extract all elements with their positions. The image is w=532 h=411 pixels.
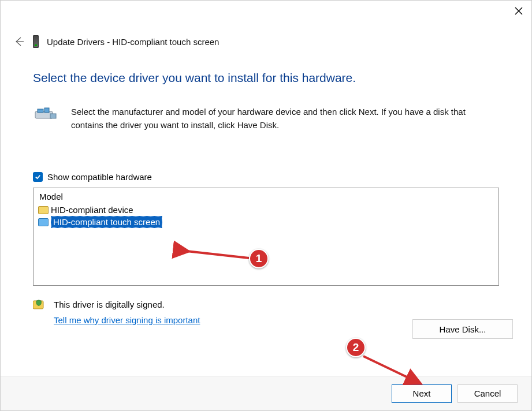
description-row: Select the manufacturer and model of you…: [33, 106, 499, 132]
close-button[interactable]: [512, 4, 526, 18]
close-icon: [515, 7, 523, 15]
description-text: Select the manufacturer and model of you…: [71, 106, 499, 132]
driver-icon: [38, 206, 49, 214]
driver-icon: [38, 218, 49, 226]
hardware-icon: [33, 106, 58, 123]
signed-icon: [33, 300, 46, 310]
svg-line-8: [187, 251, 249, 258]
device-icon: [33, 35, 39, 48]
have-disk-button[interactable]: Have Disk...: [412, 319, 513, 339]
signing-col: This driver is digitally signed. Tell me…: [54, 300, 200, 325]
annotation-arrow-1: [183, 248, 252, 264]
show-compatible-checkbox[interactable]: [33, 172, 43, 182]
checkmark-icon: [35, 174, 41, 180]
signed-text: This driver is digitally signed.: [54, 300, 200, 309]
annotation-badge-2: 2: [346, 338, 366, 357]
model-item-label: HID-compliant touch screen: [51, 216, 162, 228]
show-compatible-label: Show compatible hardware: [47, 172, 152, 182]
titlebar: [1, 1, 531, 23]
update-drivers-window: Update Drivers - HID-compliant touch scr…: [0, 0, 532, 411]
annotation-arrow-2: [361, 354, 425, 391]
window-title: Update Drivers - HID-compliant touch scr…: [47, 37, 219, 47]
show-compatible-row: Show compatible hardware: [33, 172, 499, 182]
svg-rect-6: [50, 114, 56, 118]
model-item-hid-compliant-device[interactable]: HID-compliant device: [37, 204, 495, 215]
model-listbox[interactable]: Model HID-compliant device HID-compliant…: [33, 188, 499, 286]
svg-rect-4: [38, 109, 43, 113]
cancel-button[interactable]: Cancel: [457, 384, 518, 403]
header-row: Update Drivers - HID-compliant touch scr…: [1, 35, 531, 48]
model-list-header: Model: [37, 190, 495, 204]
annotation-badge-1: 1: [249, 249, 269, 268]
footer: Next Cancel: [1, 376, 531, 410]
page-heading: Select the device driver you want to ins…: [33, 71, 499, 85]
model-item-hid-compliant-touch-screen[interactable]: HID-compliant touch screen: [37, 215, 495, 229]
signing-info-link[interactable]: Tell me why driver signing is important: [54, 315, 200, 325]
back-button[interactable]: [13, 36, 25, 47]
model-item-label: HID-compliant device: [51, 205, 133, 215]
svg-rect-5: [44, 108, 49, 113]
svg-line-9: [363, 356, 419, 383]
back-arrow-icon: [13, 36, 25, 47]
